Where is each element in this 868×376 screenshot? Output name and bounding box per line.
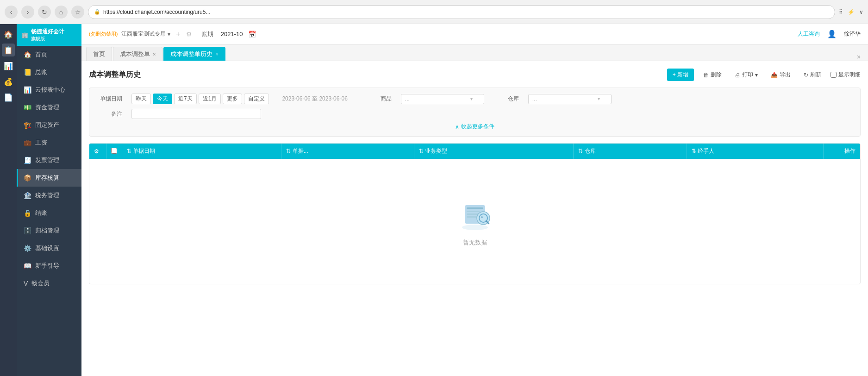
close-all-btn[interactable]: ×	[857, 53, 861, 61]
print-icon: 🖨	[735, 72, 740, 78]
show-cols-checkbox[interactable]	[831, 72, 837, 78]
sidebar-item-home[interactable]: 🏠 首页	[17, 46, 81, 63]
new-button[interactable]: + 新增	[667, 69, 694, 81]
icon-strip-home[interactable]: 🏠	[2, 28, 15, 41]
date-btn-today[interactable]: 今天	[153, 94, 172, 104]
invoice-icon: 🧾	[24, 157, 31, 164]
url-text: https://cloud.chanjet.com/accounting/uru…	[103, 9, 210, 15]
sidebar-label-capital: 资金管理	[35, 103, 59, 112]
sidebar-logo: 🏢 畅捷通好会计 旗舰版	[17, 24, 81, 46]
sidebar-item-salary[interactable]: 💼 工资	[17, 134, 81, 151]
refresh-button[interactable]: ↻ 刷新	[800, 69, 825, 81]
column-settings-icon[interactable]: ⚙	[94, 148, 99, 155]
tab-cost-adjust-label: 成本调整单	[120, 50, 150, 58]
sidebar-label-archive: 归档管理	[35, 226, 59, 235]
company-selector[interactable]: (勿删勿禁用) 江西服宝测试专用 ▾	[89, 30, 170, 38]
warehouse-placeholder: ...	[532, 96, 537, 102]
table-container: ⚙ ⇅ 单据日期	[89, 143, 861, 284]
th-settings[interactable]: ⚙	[89, 144, 106, 159]
th-date[interactable]: ⇅ 单据日期	[122, 144, 281, 159]
date-btn-7days[interactable]: 近7天	[174, 94, 197, 104]
delete-button[interactable]: 🗑 删除	[699, 69, 725, 81]
page-content: 成本调整单历史 + 新增 🗑 删除 🖨 打印 ▾ 📤 导出	[81, 61, 868, 376]
export-button[interactable]: 📤 导出	[767, 69, 794, 81]
company-name: 江西服宝测试专用	[121, 30, 166, 38]
user-avatar: 👤	[827, 30, 837, 38]
inventory-icon: 📦	[24, 174, 31, 182]
date-btn-more[interactable]: 更多	[223, 94, 242, 104]
sidebar-item-invoice[interactable]: 🧾 发票管理	[17, 151, 81, 169]
date-filter-label: 单据日期	[97, 95, 122, 103]
empty-state: 暂无数据	[89, 159, 860, 284]
sidebar-item-tax[interactable]: 🏦 税务管理	[17, 187, 81, 204]
lightning-icon[interactable]: ⚡	[848, 9, 855, 15]
th-operations: 操作	[823, 144, 860, 159]
tab-home[interactable]: 首页	[86, 47, 112, 61]
top-bar: (勿删勿禁用) 江西服宝测试专用 ▾ + ⚙ 账期 2021-10 📅 人工咨询…	[81, 24, 868, 44]
logo-title: 畅捷通好会计	[31, 28, 64, 36]
extensions-icon[interactable]: ⠿	[839, 9, 843, 15]
consult-btn[interactable]: 人工咨询	[798, 30, 820, 38]
calendar-icon[interactable]: 📅	[248, 31, 256, 38]
th-biz-type[interactable]: ⇅ 业务类型	[414, 144, 574, 159]
print-button[interactable]: 🖨 打印 ▾	[731, 69, 762, 81]
sidebar-item-inventory[interactable]: 📦 库存核算	[17, 169, 81, 187]
sidebar-item-reports[interactable]: 📊 云报表中心	[17, 81, 81, 99]
sidebar-label-tax: 税务管理	[35, 191, 59, 200]
svg-point-0	[462, 225, 488, 230]
sidebar-item-capital[interactable]: 💵 资金管理	[17, 99, 81, 116]
date-range-text: 2023-06-06 至 2023-06-06	[282, 95, 347, 103]
icon-strip-doc[interactable]: 📄	[2, 91, 15, 104]
warehouse-select[interactable]: ... ▾	[528, 94, 612, 104]
data-table: ⚙ ⇅ 单据日期	[89, 144, 860, 284]
tab-cost-adjust-history-close[interactable]: ×	[215, 51, 218, 57]
sidebar-item-settings[interactable]: ⚙️ 基础设置	[17, 239, 81, 257]
date-btn-yesterday[interactable]: 昨天	[131, 94, 151, 104]
url-bar[interactable]: 🔒 https://cloud.chanjet.com/accounting/u…	[88, 5, 835, 19]
tab-cost-adjust[interactable]: 成本调整单 ×	[113, 47, 162, 61]
th-warehouse[interactable]: ⇅ 仓库	[574, 144, 687, 159]
back-button[interactable]: ‹	[5, 6, 18, 19]
goods-select[interactable]: ... ▾	[401, 94, 484, 104]
sidebar-item-archive[interactable]: 🗄️ 归档管理	[17, 222, 81, 239]
expand-icon[interactable]: ∨	[859, 9, 863, 15]
select-all-checkbox[interactable]	[111, 148, 117, 154]
filter-row-1: 单据日期 昨天 今天 近7天 近1月 更多 自定义 2023-06-06 至 2…	[97, 94, 853, 104]
svg-rect-3	[467, 211, 480, 212]
tab-cost-adjust-history[interactable]: 成本调整单历史 ×	[163, 47, 225, 61]
date-btn-custom[interactable]: 自定义	[244, 94, 269, 104]
warehouse-dropdown-icon: ▾	[598, 96, 600, 101]
sidebar-item-closing[interactable]: 🔒 结账	[17, 204, 81, 222]
goods-filter-label: 商品	[366, 95, 392, 103]
guide-icon: 📖	[24, 262, 31, 269]
th-handler[interactable]: ⇅ 经手人	[687, 144, 823, 159]
settings-gear-icon[interactable]: ⚙	[186, 31, 192, 38]
empty-illustration	[456, 196, 493, 233]
th-checkbox[interactable]	[106, 144, 122, 159]
icon-strip-chart[interactable]: 📊	[2, 59, 15, 72]
tab-cost-adjust-close[interactable]: ×	[153, 51, 156, 57]
star-button[interactable]: ☆	[71, 6, 84, 19]
collapse-button[interactable]: ∧ 收起更多条件	[455, 123, 494, 131]
sidebar-label-inventory: 库存核算	[35, 174, 59, 182]
logo-icon: 🏢	[21, 32, 28, 38]
reports-icon: 📊	[24, 86, 31, 94]
app-container: 🏠 📋 📊 💰 📄 🏢 畅捷通好会计 旗舰版 🏠 首页 📒 总账 📊 云报表中心…	[0, 24, 868, 376]
sidebar-item-assets[interactable]: 🏗️ 固定资产	[17, 116, 81, 134]
sidebar-item-vip[interactable]: V 畅会员	[17, 275, 81, 292]
capital-icon: 💵	[24, 104, 31, 111]
note-input[interactable]	[131, 109, 261, 119]
sidebar-label-salary: 工资	[35, 138, 47, 147]
forward-button[interactable]: ›	[21, 6, 34, 19]
home-button[interactable]: ⌂	[55, 6, 68, 19]
date-btn-1month[interactable]: 近1月	[199, 94, 221, 104]
th-voucher[interactable]: ⇅ 单据...	[281, 144, 414, 159]
sidebar-item-guide[interactable]: 📖 新手引导	[17, 257, 81, 275]
top-bar-right: 人工咨询 👤 徐泽华	[798, 30, 861, 38]
sidebar-item-ledger[interactable]: 📒 总账	[17, 63, 81, 81]
add-company-btn[interactable]: +	[176, 30, 180, 38]
icon-strip-wallet[interactable]: 💰	[2, 75, 15, 88]
icon-strip-active[interactable]: 📋	[2, 44, 15, 56]
refresh-button[interactable]: ↻	[38, 6, 51, 19]
sidebar-label-home: 首页	[35, 50, 47, 59]
